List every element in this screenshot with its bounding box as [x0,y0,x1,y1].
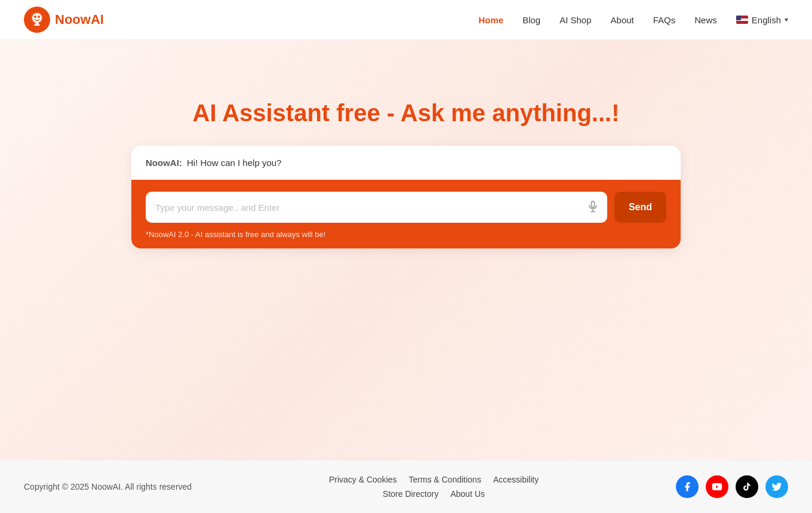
nav-news[interactable]: News [694,15,717,25]
social-twitter-link[interactable] [765,475,788,498]
social-facebook-link[interactable] [676,475,699,498]
nav-ai-shop[interactable]: AI Shop [559,15,591,25]
footer-links-row1: Privacy & Cookies Terms & Conditions Acc… [329,475,539,484]
footer-privacy[interactable]: Privacy & Cookies [329,475,397,484]
youtube-icon [712,481,722,492]
main-nav: Home Blog AI Shop About FAQs News Englis… [478,15,788,25]
chat-container: NoowAI: Hi! How can I help you? [131,146,681,248]
footer-copyright: Copyright © 2025 NoowAI. All rights rese… [24,482,192,492]
facebook-icon [682,481,693,492]
flag-us-icon [736,16,748,24]
footer-accessibility[interactable]: Accessibility [493,475,539,484]
site-header: NoowAI Home Blog AI Shop About FAQs News… [0,0,812,40]
mic-icon [587,201,599,213]
logo-text: NoowAI [55,12,104,27]
svg-rect-7 [591,201,594,207]
main-content: AI Assistant free - Ask me anything...! … [0,40,812,460]
twitter-icon [771,481,782,492]
logo-icon [24,7,50,33]
svg-point-4 [38,16,40,18]
chat-input-area: Send *NoowAI 2.0 - AI assistant is free … [131,180,681,248]
logo[interactable]: NoowAI [24,7,104,33]
footer-social [676,475,788,498]
svg-rect-6 [34,24,40,26]
chat-messages: NoowAI: Hi! How can I help you? [131,146,681,180]
footer-store-directory[interactable]: Store Directory [383,489,438,499]
chevron-down-icon: ▾ [785,16,788,24]
social-tiktok-link[interactable] [736,475,758,498]
footer-about-us[interactable]: About Us [450,489,485,499]
input-row: Send [146,192,666,223]
social-youtube-link[interactable] [706,475,728,498]
message-input[interactable] [146,192,607,223]
svg-point-3 [34,16,36,18]
svg-point-2 [32,13,42,23]
send-button[interactable]: Send [614,192,666,223]
mic-button[interactable] [587,201,599,214]
tiktok-icon [742,482,752,492]
nav-home[interactable]: Home [478,15,503,25]
footer-terms[interactable]: Terms & Conditions [409,475,481,484]
bot-label: NoowAI: [146,158,182,168]
nav-about[interactable]: About [611,15,634,25]
language-label: English [752,15,781,25]
nav-faqs[interactable]: FAQs [653,15,676,25]
language-selector[interactable]: English ▾ [736,15,788,25]
message-input-wrapper [146,192,607,223]
footer-links: Privacy & Cookies Terms & Conditions Acc… [329,475,539,499]
chat-footer-note: *NoowAI 2.0 - AI assistant is free and a… [146,230,666,239]
bot-greeting: Hi! How can I help you? [187,158,281,168]
footer-links-row2: Store Directory About Us [383,489,485,499]
nav-blog[interactable]: Blog [522,15,540,25]
site-footer: Copyright © 2025 NoowAI. All rights rese… [0,460,812,513]
footer-inner: Copyright © 2025 NoowAI. All rights rese… [24,475,788,499]
hero-title: AI Assistant free - Ask me anything...! [193,100,620,127]
